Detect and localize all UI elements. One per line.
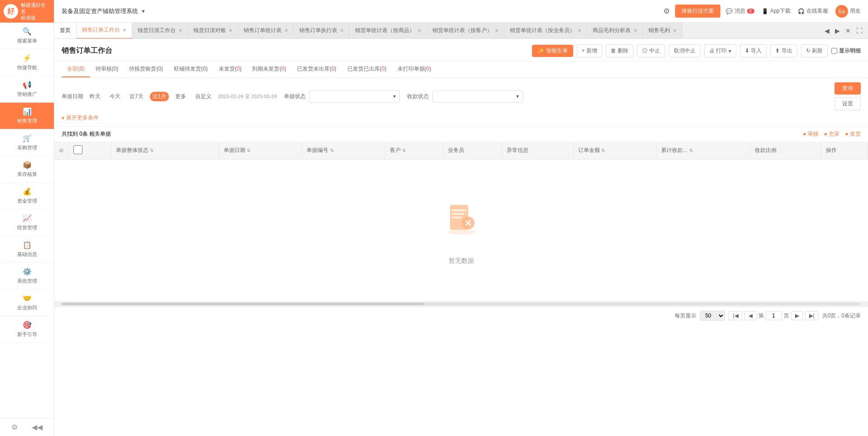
sidebar-item-search[interactable]: 🔍 搜索菜单 xyxy=(0,23,54,49)
cancel-stop-btn[interactable]: 取消中止 xyxy=(669,44,700,57)
tab-sales-exec-close[interactable]: ✕ xyxy=(340,28,344,33)
anti-audit-btn[interactable]: ● 充审 xyxy=(824,130,840,138)
status-select[interactable]: ▾ xyxy=(309,90,400,103)
tab-gross-profit-close[interactable]: ✕ xyxy=(633,28,637,33)
message-btn[interactable]: 💬 消息 6 xyxy=(726,7,754,15)
show-detail-checkbox-label[interactable]: 显示明细 xyxy=(831,47,861,55)
col-settings[interactable]: ⚙ xyxy=(54,142,69,160)
payment-select[interactable]: ▾ xyxy=(432,90,523,103)
app-download-btn[interactable]: 📱 App下载 xyxy=(762,7,791,15)
online-service-btn[interactable]: 🎧 在线客服 xyxy=(798,7,828,15)
tab-sales-gross[interactable]: 销售毛利 ✕ xyxy=(643,23,682,39)
tab-cash-reconcile-close[interactable]: ✕ xyxy=(229,28,232,33)
per-page-select[interactable]: 50 100 200 xyxy=(700,311,725,321)
sidebar-item-operation[interactable]: 📈 经营管理 xyxy=(0,209,54,236)
sort-icon-customer[interactable]: ⇅ xyxy=(402,148,406,153)
tab-sales-gross-close[interactable]: ✕ xyxy=(673,28,676,33)
expand-filter-btn[interactable]: ▾ 展开更多条件 xyxy=(62,114,99,122)
industry-btn[interactable]: 体验行业方案 xyxy=(675,5,720,18)
add-btn[interactable]: + 新增 xyxy=(577,44,602,57)
audit-btn[interactable]: ● 审核 xyxy=(803,130,819,138)
marketing-icon: 📢 xyxy=(23,81,32,89)
subtab-shipped-out[interactable]: 已发货已出库(0) xyxy=(342,62,392,77)
date-btn-yesterday[interactable]: 昨天 xyxy=(87,92,103,101)
system-dropdown-btn[interactable]: ▾ xyxy=(142,8,145,14)
subtab-not-shipped[interactable]: 未发货(0) xyxy=(213,62,247,77)
tab-sales-workbench-close[interactable]: ✕ xyxy=(123,28,126,33)
col-settings-icon[interactable]: ⚙ xyxy=(59,147,64,154)
ship-btn[interactable]: ● 发货 xyxy=(845,130,861,138)
date-btn-more[interactable]: 更多 xyxy=(173,92,189,101)
tab-sales-summary-staff[interactable]: 销货单统计表（按业务员） ✕ xyxy=(504,23,587,39)
tab-sales-stat-close[interactable]: ✕ xyxy=(284,28,288,33)
refresh-btn[interactable]: ↻ 刷新 xyxy=(801,44,828,57)
subtab-not-printed[interactable]: 未打印单据(0) xyxy=(392,62,437,77)
sort-icon-status[interactable]: ⇅ xyxy=(150,148,153,153)
subtab-pending-review[interactable]: 待审核(0) xyxy=(90,62,124,77)
tab-sales-summary-customer[interactable]: 销货单统计表（按客户） ✕ xyxy=(427,23,504,39)
sidebar-item-marketing[interactable]: 📢 营销推广 xyxy=(0,76,54,103)
tab-scroll-left-btn[interactable]: ◀ xyxy=(823,26,831,35)
page-first-btn[interactable]: |◀ xyxy=(729,311,742,320)
sort-icon-number[interactable]: ⇅ xyxy=(330,148,334,153)
sort-icon-date[interactable]: ⇅ xyxy=(247,148,250,153)
page-prev-btn[interactable]: ◀ xyxy=(744,311,757,320)
date-btn-today[interactable]: 今天 xyxy=(107,92,123,101)
print-dropdown-icon: ▾ xyxy=(729,48,731,54)
tab-scroll-right-btn[interactable]: ▶ xyxy=(833,26,842,35)
tab-sales-summary-customer-close[interactable]: ✕ xyxy=(495,28,499,33)
topbar-settings-btn[interactable]: ⚙ xyxy=(663,7,670,15)
sidebar-item-system[interactable]: ⚙️ 系统管理 xyxy=(0,263,54,289)
print-btn[interactable]: 🖨 打印 ▾ xyxy=(704,44,736,57)
sidebar-item-purchase[interactable]: 🛒 采购管理 xyxy=(0,129,54,156)
subtab-pending-inspect[interactable]: 待拣货验货(0) xyxy=(124,62,168,77)
sidebar-item-guide[interactable]: 🎯 新手引导 xyxy=(0,316,54,343)
select-all-checkbox[interactable] xyxy=(73,145,82,154)
sidebar-collapse-btn[interactable]: ◀◀ xyxy=(32,423,43,431)
sidebar-settings-btn[interactable]: ⚙ xyxy=(11,423,18,431)
smart-generate-btn[interactable]: ✨ 智能生单 xyxy=(532,45,573,57)
tab-gross-profit[interactable]: 商品毛利分析表 ✕ xyxy=(587,23,643,39)
tab-cash-daily-close[interactable]: ✕ xyxy=(178,28,182,33)
tab-expand-btn[interactable]: ⛶ xyxy=(854,26,864,35)
date-btn-7days[interactable]: 近7天 xyxy=(127,92,146,101)
tab-close-all-btn[interactable]: ✕ xyxy=(844,26,853,35)
tab-sales-workbench[interactable]: 销售订单工作台 ✕ xyxy=(77,23,132,39)
tab-sales-summary-product-close[interactable]: ✕ xyxy=(417,28,421,33)
date-btn-1month[interactable]: 近1月 xyxy=(150,92,169,101)
export-btn[interactable]: ⬆ 导出 xyxy=(770,44,797,57)
sidebar-item-enterprise[interactable]: 🤝 企业协同 xyxy=(0,289,54,316)
page-next-btn[interactable]: ▶ xyxy=(791,311,803,320)
subtab-overdue-not-shipped[interactable]: 到期未发货(0) xyxy=(247,62,292,77)
sidebar-item-finance[interactable]: 💰 资金管理 xyxy=(0,183,54,209)
subtab-all[interactable]: 全部(0) xyxy=(62,62,90,77)
col-checkbox[interactable] xyxy=(69,142,111,160)
stop-btn[interactable]: ◎ 中止 xyxy=(637,44,665,57)
tab-sales-summary-staff-close[interactable]: ✕ xyxy=(578,28,581,33)
query-btn[interactable]: 查询 xyxy=(834,82,861,95)
page-last-btn[interactable]: ▶| xyxy=(805,311,819,320)
subtab-wangpu-pending[interactable]: 旺铺待发货(0) xyxy=(168,62,213,77)
tab-sales-stat[interactable]: 销售订单统计表 ✕ xyxy=(238,23,294,39)
sidebar-item-inventory[interactable]: 📦 库存核算 xyxy=(0,156,54,183)
import-btn[interactable]: ⬇ 导入 xyxy=(740,44,767,57)
sidebar-item-quick-nav[interactable]: ⚡ 快捷导航 xyxy=(0,49,54,76)
tab-cash-daily[interactable]: 钱货日清工作台 ✕ xyxy=(132,23,188,39)
scrollbar-thumb[interactable] xyxy=(62,303,424,305)
show-detail-checkbox[interactable] xyxy=(831,48,837,54)
tab-sales-summary-product[interactable]: 销货单统计表（按商品） ✕ xyxy=(350,23,427,39)
tab-sales-exec[interactable]: 销售订单执行表 ✕ xyxy=(294,23,350,39)
subtab-shipped-not-out[interactable]: 已发货未出库(0) xyxy=(292,62,342,77)
user-menu-btn[interactable]: Ea 用友 xyxy=(835,5,861,18)
tab-cash-reconcile[interactable]: 钱货日清对账 ✕ xyxy=(188,23,238,39)
sort-icon-collected[interactable]: ⇅ xyxy=(689,148,693,153)
sort-icon-amount[interactable]: ⇅ xyxy=(601,148,605,153)
horizontal-scrollbar[interactable] xyxy=(54,301,868,307)
tab-home[interactable]: 首页 xyxy=(54,23,77,39)
sidebar-item-basic[interactable]: 📋 基础信息 xyxy=(0,236,54,263)
setting-btn[interactable]: 设置 xyxy=(834,97,861,110)
sidebar-item-sales[interactable]: 📊 销售管理 xyxy=(0,103,54,129)
delete-btn[interactable]: 🗑 删除 xyxy=(606,44,633,57)
date-btn-custom[interactable]: 自定义 xyxy=(192,92,214,101)
page-input[interactable] xyxy=(766,311,782,320)
